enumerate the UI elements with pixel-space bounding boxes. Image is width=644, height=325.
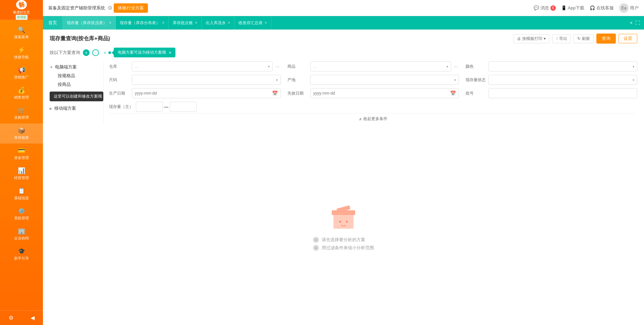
product-more-icon[interactable]: ··· <box>454 64 458 69</box>
app-download-action[interactable]: 📱 App下载 <box>561 5 584 11</box>
step-2-text: 用过滤条件来缩小分析范围 <box>322 245 374 251</box>
sidebar-settings-btn[interactable]: ⚙ <box>9 315 13 321</box>
sidebar-item-search[interactable]: 🔍 搜索菜单 <box>0 23 43 43</box>
empty-box-svg <box>328 204 359 231</box>
tab-batch-accounts[interactable]: 库存批次账 × <box>169 16 202 30</box>
tab-receive-summary-label: 收发存汇总表 <box>238 20 263 26</box>
sidebar-item-guide[interactable]: 🎓 新手引导 <box>0 244 43 264</box>
tab-receive-summary[interactable]: 收发存汇总表 × <box>234 16 271 30</box>
sidebar-item-purchase[interactable]: 🛒 采购管理 <box>0 103 43 123</box>
user-label: 用户 <box>630 5 639 11</box>
user-action[interactable]: Ea 用户 <box>619 3 639 13</box>
production-date-calendar-icon[interactable]: 📅 <box>272 91 278 96</box>
reset-btn[interactable]: 设置 <box>619 34 637 43</box>
sidebar-item-basic-info[interactable]: 📋 基础信息 <box>0 184 43 204</box>
expiry-date-field[interactable] <box>313 91 449 96</box>
filter-row-1: 仓库 ... ▾ ··· 商品 ... ▾ <box>109 61 637 71</box>
sidebar-item-finance[interactable]: 💳 资金管理 <box>0 144 43 164</box>
expiry-date-calendar-icon[interactable]: 📅 <box>450 91 456 96</box>
header-left: 装备及固定资产辅助管理系统 ⚙ 体验行业方案 <box>48 3 148 13</box>
app-name: 畅通好生意 <box>13 10 30 15</box>
inventory-icon: 📦 <box>18 127 25 134</box>
sidebar-item-quick-nav[interactable]: ⚡ 快捷导航 <box>0 43 43 63</box>
tab-fullscreen-icon[interactable]: ⛶ <box>635 20 640 25</box>
scheme-desktop[interactable]: ▼ 电脑端方案 <box>50 63 103 71</box>
origin-select[interactable]: ▾ <box>310 75 459 85</box>
filter-header: 按以下方案查询 + ○ « 电脑方案可设为移动方案哦 × <box>50 48 637 57</box>
sidebar-item-operations[interactable]: 📊 经营管理 <box>0 164 43 184</box>
header-btn-group: ⚙ 体验行业方案 <box>108 3 148 13</box>
sidebar-collapse-btn[interactable]: ◀ <box>31 315 35 321</box>
stock-status-select[interactable]: ▾ <box>488 75 637 85</box>
step-1-num: ① <box>313 237 319 243</box>
color-select[interactable]: ▾ <box>488 61 637 71</box>
template-print-btn[interactable]: 🖨 按模板打印 ▾ <box>513 34 549 43</box>
svg-point-2 <box>339 221 341 223</box>
expiry-date-label: 失效日期 <box>287 91 308 96</box>
guide-icon: 🎓 <box>18 248 25 255</box>
empty-step-2: ② 用过滤条件来缩小分析范围 <box>313 245 374 251</box>
sidebar-item-marketing[interactable]: 📢 营销推广 <box>0 63 43 83</box>
production-date-field[interactable] <box>135 91 271 96</box>
sidebar-item-inventory[interactable]: 📦 库存核算 <box>0 123 43 144</box>
tab-in-out-flow[interactable]: 出入库流水 × <box>202 16 234 30</box>
phone-icon: 📱 <box>561 5 567 10</box>
collapse-btn[interactable]: ∧ 收起更多条件 <box>109 113 637 124</box>
app-tag: 标准版 <box>16 15 28 20</box>
query-btn[interactable]: 查询 <box>596 34 616 44</box>
tab-close-all-icon[interactable]: × <box>630 20 633 25</box>
online-support-action[interactable]: 🎧 在线客服 <box>590 5 614 11</box>
tab-home[interactable]: 首页 <box>43 16 63 30</box>
tab-inventory-distribution[interactable]: 现存量（库存分布表） × <box>116 16 169 30</box>
expiry-date-input[interactable]: 📅 <box>310 88 459 98</box>
search-icon: 🔍 <box>18 26 25 34</box>
size-select[interactable]: ▾ <box>132 75 281 85</box>
product-select[interactable]: ... ▾ <box>310 61 451 71</box>
scheme-desktop-item-2[interactable]: 按商品 <box>55 80 103 89</box>
tooltip-dark-close[interactable]: × <box>105 94 107 99</box>
refresh-btn[interactable]: ↻ 刷新 <box>574 34 594 43</box>
filter-arrow-btn[interactable]: « <box>102 49 108 56</box>
scheme-desktop-item-1[interactable]: 按规格品 <box>55 71 103 80</box>
export-btn[interactable]: ↑ 导出 <box>552 34 571 43</box>
tab-in-out-flow-close[interactable]: × <box>228 20 230 25</box>
filter-row-3: 生产日期 📅 失效日期 📅 <box>109 88 637 98</box>
header-settings-icon[interactable]: ⚙ <box>108 5 112 11</box>
warehouse-select[interactable]: ... ▾ <box>132 61 273 71</box>
tab-inventory-status[interactable]: 现存量（库存状况表） × <box>63 16 116 30</box>
filter-area: 按以下方案查询 + ○ « 电脑方案可设为移动方案哦 × <box>43 44 644 128</box>
filter-row-4: 现存量（主） — <box>109 102 637 112</box>
batch-input[interactable] <box>488 88 637 98</box>
production-date-input[interactable]: 📅 <box>132 88 281 98</box>
online-support-label: 在线客服 <box>596 5 614 11</box>
filter-add-btn[interactable]: + <box>83 49 90 56</box>
tab-receive-summary-close[interactable]: × <box>265 20 267 25</box>
filter-circle-btn[interactable]: ○ <box>92 49 99 56</box>
tab-inventory-distribution-close[interactable]: × <box>162 20 164 25</box>
title-actions: 🖨 按模板打印 ▾ ↑ 导出 ↻ 刷新 查询 设置 <box>513 34 637 44</box>
industry-btn[interactable]: 体验行业方案 <box>114 3 148 13</box>
arrow-mobile-icon: ▶ <box>50 107 52 110</box>
color-label: 颜色 <box>466 64 486 69</box>
stock-main-max-input[interactable] <box>170 102 197 112</box>
tooltip-teal-close[interactable]: × <box>169 50 171 55</box>
operations-icon: 📊 <box>18 167 25 174</box>
message-action[interactable]: 💬 消息 6 <box>534 5 556 11</box>
sidebar-item-enterprise[interactable]: 🏢 企业协同 <box>0 224 43 244</box>
scheme-mobile[interactable]: ▶ 移动端方案 <box>50 104 103 113</box>
warehouse-more-icon[interactable]: ··· <box>275 64 279 69</box>
collapse-label: 收起更多条件 <box>363 116 387 122</box>
filter-color-row: 颜色 ▾ <box>466 61 637 71</box>
stock-status-dropdown-icon: ▾ <box>633 78 634 82</box>
stock-main-min-input[interactable] <box>136 102 163 112</box>
tab-inventory-status-close[interactable]: × <box>109 20 111 25</box>
size-label: 尺码 <box>109 77 129 83</box>
enterprise-icon: 🏢 <box>18 227 25 235</box>
sidebar: 畅 畅通好生意 标准版 🔍 搜索菜单 ⚡ 快捷导航 📢 营销推广 💰 销售管理 … <box>0 0 43 325</box>
export-icon: ↑ <box>556 36 558 41</box>
sidebar-item-system[interactable]: ⚙️ 系统管理 <box>0 204 43 224</box>
sidebar-nav: 🔍 搜索菜单 ⚡ 快捷导航 📢 营销推广 💰 销售管理 🛒 采购管理 📦 库存核… <box>0 20 43 310</box>
sidebar-item-sales[interactable]: 💰 销售管理 <box>0 83 43 103</box>
tab-batch-accounts-close[interactable]: × <box>195 20 197 25</box>
tooltip-dark-container: 这里可以创建和修改方案哦 × <box>50 92 103 101</box>
